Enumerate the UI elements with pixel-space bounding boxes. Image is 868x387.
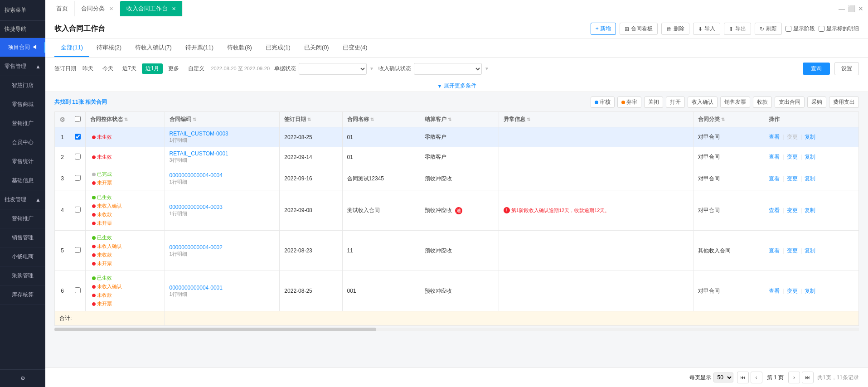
import-button[interactable]: ⬇ 导入	[693, 23, 720, 35]
payment-button[interactable]: 收款	[753, 97, 772, 108]
contract-link[interactable]: 0000000000004-0001	[170, 285, 275, 291]
open-contract-button[interactable]: 打开	[666, 97, 685, 108]
row-select-checkbox[interactable]	[75, 207, 81, 213]
purchase-button[interactable]: 采购	[807, 97, 826, 108]
sidebar-item-batch-mgmt[interactable]: 批发管理 ▲	[0, 190, 45, 209]
sidebar-item-marketing2[interactable]: 营销推广	[0, 209, 45, 228]
contract-link[interactable]: RETAIL_CUSTOM-0001	[170, 150, 275, 157]
copy-button[interactable]: 复制	[805, 175, 815, 182]
tab-close-workbench[interactable]: ✕	[172, 6, 176, 11]
show-stage-checkbox-label[interactable]: 显示阶段	[786, 25, 815, 33]
last-page-button[interactable]: ⏭	[802, 372, 814, 383]
view-button[interactable]: 查看	[769, 247, 780, 254]
view-button[interactable]: 查看	[769, 134, 780, 140]
filter-tab-changed[interactable]: 已变更(4)	[336, 39, 374, 57]
export-button[interactable]: ⬆ 导出	[724, 23, 751, 35]
sidebar-item-inventory[interactable]: 库存核算	[0, 285, 45, 305]
page-size-select[interactable]: 50	[713, 372, 733, 382]
filter-tab-pending-payment[interactable]: 待收款(8)	[221, 39, 258, 57]
contract-link[interactable]: 0000000000004-0002	[170, 244, 275, 251]
filter-tab-closed[interactable]: 已关闭(0)	[298, 39, 335, 57]
refresh-button[interactable]: ↻ 刷新	[755, 23, 782, 35]
sidebar-search[interactable]: 搜索菜单	[0, 0, 45, 21]
date-more[interactable]: 更多	[165, 63, 183, 74]
filter-tab-completed[interactable]: 已完成(1)	[259, 39, 297, 57]
sidebar-settings[interactable]: ⚙	[0, 369, 45, 387]
tab-maximize-icon[interactable]: ⬜	[848, 5, 855, 12]
view-button[interactable]: 查看	[769, 175, 780, 182]
tab-close-icon[interactable]: ✕	[858, 5, 863, 12]
date-custom[interactable]: 自定义	[184, 63, 208, 74]
review-button[interactable]: 审核	[591, 97, 615, 108]
tab-income-workbench[interactable]: 收入合同工作台 ✕	[120, 1, 183, 16]
sidebar-item-purchase[interactable]: 采购管理	[0, 266, 45, 285]
show-detail-checkbox[interactable]	[819, 26, 824, 32]
tab-close-category[interactable]: ✕	[109, 6, 113, 11]
date-yesterday[interactable]: 昨天	[79, 63, 97, 74]
copy-button[interactable]: 复制	[805, 134, 815, 140]
add-button[interactable]: + 新增	[591, 23, 616, 35]
query-button[interactable]: 查询	[803, 63, 830, 75]
row-select-checkbox[interactable]	[75, 134, 81, 140]
sidebar-item-basic-info[interactable]: 基础信息	[0, 171, 45, 190]
status-select[interactable]	[299, 63, 367, 75]
sidebar-item-smart-store[interactable]: 智慧门店	[0, 76, 45, 95]
edit-button[interactable]: 变更	[787, 207, 798, 213]
date-today[interactable]: 今天	[99, 63, 117, 74]
select-all-checkbox[interactable]	[75, 116, 81, 122]
sidebar-item-project[interactable]: 项目合同 ◀	[0, 38, 45, 57]
prev-page-button[interactable]: ‹	[751, 372, 762, 383]
date-1month[interactable]: 近1月	[142, 63, 163, 74]
close-contract-button[interactable]: 关闭	[644, 97, 663, 108]
edit-button[interactable]: 变更	[787, 247, 798, 254]
filter-tab-pending-invoice[interactable]: 待开票(11)	[179, 39, 220, 57]
filter-tab-all[interactable]: 全部(11)	[54, 39, 89, 57]
delete-button[interactable]: 🗑 删除	[661, 23, 689, 35]
sidebar-item-sales-mgmt[interactable]: 销售管理	[0, 228, 45, 247]
view-button[interactable]: 查看	[769, 288, 780, 294]
kanban-button[interactable]: ⊞ 合同看板	[620, 23, 658, 35]
view-button[interactable]: 查看	[769, 154, 780, 160]
expense-out-button[interactable]: 费用支出	[829, 97, 859, 108]
contract-link[interactable]: RETAIL_CUSTOM-0003	[170, 131, 275, 137]
sidebar-item-member[interactable]: 会员中心	[0, 133, 45, 152]
sidebar-item-retail-mgmt[interactable]: 零售管理 ▲	[0, 57, 45, 76]
tab-minimize-icon[interactable]: —	[839, 5, 845, 12]
set-button[interactable]: 设置	[834, 62, 859, 75]
contract-link[interactable]: 0000000000004-0003	[170, 204, 275, 210]
edit-button[interactable]: 变更	[787, 288, 798, 294]
settings-icon[interactable]: ⚙	[59, 116, 65, 123]
expense-contract-button[interactable]: 支出合同	[775, 97, 805, 108]
view-button[interactable]: 查看	[769, 207, 780, 213]
copy-button[interactable]: 复制	[805, 154, 815, 160]
edit-button[interactable]: 变更	[787, 134, 798, 140]
sidebar-item-retail-stats[interactable]: 零售统计	[0, 152, 45, 171]
copy-button[interactable]: 复制	[805, 207, 815, 213]
expand-conditions-button[interactable]: ▼ 展开更多条件	[437, 82, 476, 90]
sidebar-item-marketing[interactable]: 营销推广	[0, 114, 45, 133]
edit-button[interactable]: 变更	[787, 175, 798, 182]
confirm-status-select[interactable]	[414, 63, 482, 75]
tab-home[interactable]: 首页	[50, 1, 75, 16]
contract-link[interactable]: 0000000000004-0004	[170, 172, 275, 179]
copy-button[interactable]: 复制	[805, 247, 815, 254]
tab-contract-category[interactable]: 合同分类 ✕	[75, 1, 120, 16]
copy-button[interactable]: 复制	[805, 288, 815, 294]
income-confirm-button[interactable]: 收入确认	[688, 97, 718, 108]
edit-button[interactable]: 变更	[787, 154, 798, 160]
first-page-button[interactable]: ⏮	[737, 372, 749, 383]
sidebar-quick-nav[interactable]: 快捷导航	[0, 21, 45, 38]
filter-tab-pending-review[interactable]: 待审核(2)	[90, 39, 128, 57]
next-page-button[interactable]: ›	[788, 372, 800, 383]
row-select-checkbox[interactable]	[75, 154, 81, 160]
abandon-review-button[interactable]: 弃审	[617, 97, 641, 108]
filter-tab-pending-confirm[interactable]: 待收入确认(7)	[129, 39, 178, 57]
row-select-checkbox[interactable]	[75, 175, 81, 181]
sales-invoice-button[interactable]: 销售发票	[720, 97, 750, 108]
horizontal-scrollbar[interactable]	[54, 328, 859, 331]
row-select-checkbox[interactable]	[75, 287, 81, 293]
row-select-checkbox[interactable]	[75, 247, 81, 253]
show-detail-checkbox-label[interactable]: 显示标的明细	[819, 25, 859, 33]
sidebar-item-retail-mall[interactable]: 零售商城	[0, 95, 45, 114]
date-7days[interactable]: 近7天	[119, 63, 140, 74]
